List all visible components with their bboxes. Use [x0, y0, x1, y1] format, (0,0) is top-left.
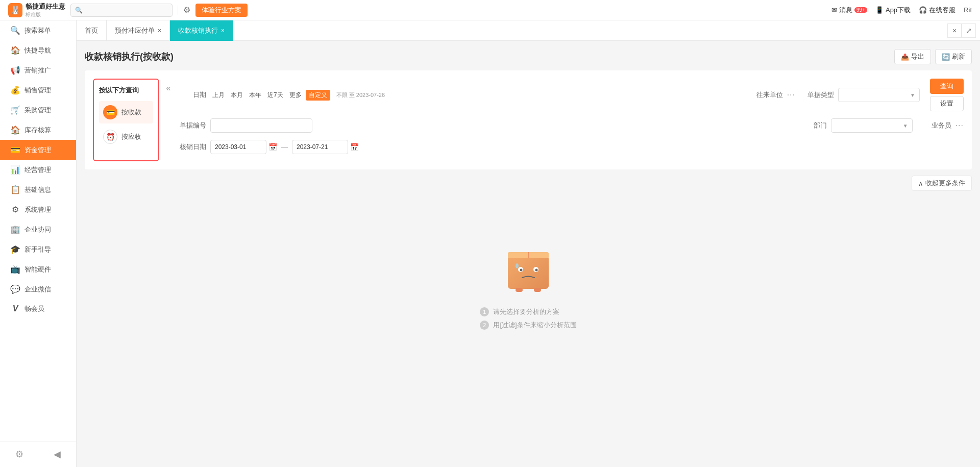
page-title: 收款核销执行(按收款): [85, 51, 174, 63]
tabbar: 首页 预付冲应付单 × 收款核销执行 × × ⤢: [77, 20, 980, 41]
date-more[interactable]: 更多: [287, 90, 304, 101]
tab-prepay[interactable]: 预付冲应付单 ×: [107, 20, 170, 41]
filter-option-receipt[interactable]: 💳 按收款: [99, 101, 153, 124]
sidebar-label-purchase: 采购管理: [24, 106, 51, 115]
filter-row-2: 单据编号 部门 ▼ 业务员 ···: [178, 118, 964, 133]
receivable-option-label: 按应收: [121, 132, 141, 141]
sidebar-item-basic[interactable]: 📋 基础信息: [0, 180, 76, 200]
verify-date-end-input[interactable]: [292, 140, 348, 154]
collapse-more-label: 收起更多条件: [925, 179, 965, 188]
hardware-icon: 📺: [10, 264, 20, 274]
doc-no-input[interactable]: [210, 118, 312, 133]
expand-window-btn[interactable]: ⤢: [962, 23, 976, 38]
sidebar-item-marketing[interactable]: 📢 营销推广: [0, 60, 76, 80]
dept-arrow: ▼: [903, 123, 908, 129]
refresh-icon: 🔄: [942, 53, 950, 61]
refresh-btn[interactable]: 🔄 刷新: [935, 49, 972, 64]
date-7days[interactable]: 近7天: [265, 90, 285, 101]
svg-rect-10: [534, 288, 541, 292]
doc-no-field: 单据编号: [178, 118, 312, 133]
verify-date-start-container: 📅: [210, 140, 277, 154]
quick-nav-icon: 🏠: [10, 45, 20, 55]
service-btn[interactable]: 🎧 在线客服: [919, 6, 955, 15]
sidebar-item-inventory[interactable]: 🏠 库存核算: [0, 120, 76, 140]
collapse-more-btn[interactable]: ∧ 收起更多条件: [912, 176, 972, 191]
verify-date-end-container: 📅: [292, 140, 359, 154]
date-last-month[interactable]: 上月: [210, 90, 227, 101]
brand-name: 畅捷通好生意: [26, 2, 65, 11]
sidebar-item-wechat[interactable]: 💬 企业微信: [0, 279, 76, 299]
verify-date-start-input[interactable]: [210, 140, 266, 154]
query-btn-container: 查询 设置: [930, 79, 964, 111]
message-btn[interactable]: ✉ 消息 99+: [831, 6, 867, 15]
sidebar-item-purchase[interactable]: 🛒 采购管理: [0, 100, 76, 120]
filter-collapse-btn[interactable]: «: [163, 79, 174, 93]
content-area: 收款核销执行(按收款) 📤 导出 🔄 刷新 按以下: [77, 41, 980, 467]
date-custom[interactable]: 自定义: [306, 90, 330, 101]
svg-point-7: [535, 269, 538, 272]
doc-type-select[interactable]: ▼: [838, 88, 920, 102]
sidebar-item-corp[interactable]: 🏢 企业协同: [0, 219, 76, 239]
staff-label: 业务员: [923, 121, 951, 130]
date-this-month[interactable]: 本月: [229, 90, 245, 101]
message-label: 消息: [839, 6, 852, 15]
date-this-year[interactable]: 本年: [247, 90, 263, 101]
filter-row-1: 日期 上月 本月 本年 近7天 更多 自定义 不限 至 2023-07-26: [178, 79, 964, 111]
wechat-icon: 💬: [10, 284, 20, 294]
staff-field: 业务员 ···: [923, 121, 964, 130]
tab-receipt[interactable]: 收款核销执行 ×: [170, 20, 233, 41]
export-icon: 📤: [901, 53, 909, 61]
counterpart-dots[interactable]: ···: [787, 90, 795, 100]
app-icon: 📱: [875, 6, 884, 14]
sidebar-item-search[interactable]: 🔍 搜索菜单: [0, 20, 76, 40]
sidebar-item-funds[interactable]: 💳 资金管理: [0, 140, 76, 160]
collapse-sidebar-icon[interactable]: ◀: [51, 446, 64, 463]
collapse-more-container: ∧ 收起更多条件: [85, 176, 972, 191]
svg-point-8: [516, 263, 519, 268]
close-window-btn[interactable]: ×: [947, 23, 962, 38]
search-bar[interactable]: 🔍: [70, 4, 173, 17]
empty-tips: 1 请先选择要分析的方案 2 用[过滤]条件来缩小分析范围: [480, 307, 576, 330]
receipt-option-icon: 💳: [103, 105, 117, 119]
system-icon: ⚙: [10, 205, 20, 214]
receipt-option-label: 按收款: [121, 108, 141, 117]
filter-panel-title: 按以下方查询: [99, 86, 153, 95]
empty-svg: [498, 238, 559, 294]
svg-rect-1: [508, 256, 549, 289]
sidebar-item-quick[interactable]: 🏠 快捷导航: [0, 40, 76, 60]
verify-date-start-calendar[interactable]: 📅: [268, 143, 277, 151]
verify-date-label: 核销日期: [178, 142, 206, 152]
sidebar-item-system[interactable]: ⚙ 系统管理: [0, 200, 76, 219]
filter-option-receivable[interactable]: ⏰ 按应收: [99, 126, 153, 148]
sidebar-item-hardware[interactable]: 📺 智能硬件: [0, 259, 76, 279]
sidebar-label-basic: 基础信息: [24, 185, 51, 194]
sidebar-item-operations[interactable]: 📊 经营管理: [0, 160, 76, 180]
tab-receipt-close[interactable]: ×: [221, 27, 225, 34]
industry-btn[interactable]: 体验行业方案: [195, 4, 248, 17]
verify-date-end-calendar[interactable]: 📅: [350, 143, 359, 151]
topbar-right: ✉ 消息 99+ 📱 App下载 🎧 在线客服 Rit: [831, 6, 972, 15]
dept-select[interactable]: ▼: [831, 118, 913, 133]
sidebar-bottom: ⚙ ◀: [0, 441, 76, 467]
sidebar-item-guide[interactable]: 🎓 新手引导: [0, 239, 76, 259]
tabbar-controls: × ⤢: [947, 23, 980, 38]
export-btn[interactable]: 📤 导出: [894, 49, 931, 64]
gear-icon[interactable]: ⚙: [183, 5, 190, 15]
setting-btn[interactable]: 设置: [930, 96, 964, 111]
sidebar-item-sales[interactable]: 💰 销售管理: [0, 80, 76, 100]
tab-prepay-close[interactable]: ×: [158, 27, 161, 34]
settings-icon[interactable]: ⚙: [12, 446, 27, 463]
guide-icon: 🎓: [10, 244, 20, 254]
sidebar: 🔍 搜索菜单 🏠 快捷导航 📢 营销推广 💰 销售管理 🛒 采购管理 🏠 库存核…: [0, 20, 77, 467]
sidebar-label-quick: 快捷导航: [24, 46, 51, 55]
user-name[interactable]: Rit: [964, 6, 972, 14]
service-label: 在线客服: [929, 6, 955, 15]
staff-dots[interactable]: ···: [955, 121, 964, 130]
funds-icon: 💳: [10, 145, 20, 155]
sidebar-label-inventory: 库存核算: [24, 126, 51, 135]
query-btn[interactable]: 查询: [930, 79, 964, 94]
sidebar-label-member: 畅会员: [24, 304, 44, 313]
app-download-btn[interactable]: 📱 App下载: [875, 6, 911, 15]
tab-home[interactable]: 首页: [77, 20, 107, 41]
sidebar-item-member[interactable]: V 畅会员: [0, 299, 76, 318]
